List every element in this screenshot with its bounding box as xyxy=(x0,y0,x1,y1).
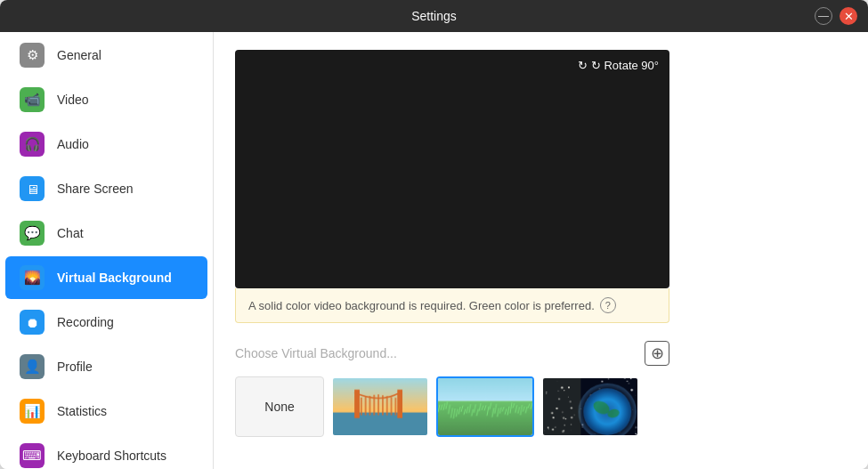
choose-bg-label: Choose Virtual Background... xyxy=(235,346,397,360)
sidebar-item-chat[interactable]: 💬Chat xyxy=(5,212,207,255)
main-panel: ↻ ↻ Rotate 90° A solid color video backg… xyxy=(214,32,868,469)
settings-window: Settings — ✕ ⚙General📹Video🎧Audio🖥Share … xyxy=(0,0,868,469)
sidebar: ⚙General📹Video🎧Audio🖥Share Screen💬Chat🌄V… xyxy=(0,32,214,469)
audio-icon: 🎧 xyxy=(20,132,45,157)
video-label: Video xyxy=(57,93,89,107)
bg-option-green-field[interactable] xyxy=(436,376,534,437)
close-icon: ✕ xyxy=(844,10,854,23)
virtual-background-label: Virtual Background xyxy=(57,271,172,285)
general-label: General xyxy=(57,48,101,62)
profile-label: Profile xyxy=(57,360,93,374)
sidebar-item-audio[interactable]: 🎧Audio xyxy=(5,123,207,166)
titlebar: Settings — ✕ xyxy=(0,0,868,32)
titlebar-controls: — ✕ xyxy=(815,7,857,25)
none-label: None xyxy=(264,400,294,414)
sidebar-item-general[interactable]: ⚙General xyxy=(5,34,207,77)
recording-label: Recording xyxy=(57,315,114,329)
minimize-button[interactable]: — xyxy=(815,7,832,25)
profile-icon: 👤 xyxy=(20,354,45,379)
statistics-label: Statistics xyxy=(57,404,107,418)
bg-option-golden-gate[interactable] xyxy=(331,376,429,437)
bg-option-space[interactable] xyxy=(541,376,639,437)
rotate-button[interactable]: ↻ ↻ Rotate 90° xyxy=(578,59,659,72)
general-icon: ⚙ xyxy=(20,43,45,68)
background-options: None xyxy=(235,376,669,437)
window-title: Settings xyxy=(411,9,457,23)
add-background-button[interactable]: ⊕ xyxy=(645,341,669,366)
add-icon: ⊕ xyxy=(651,344,664,363)
close-button[interactable]: ✕ xyxy=(840,7,857,25)
bg-option-none[interactable]: None xyxy=(235,376,324,437)
keyboard-shortcuts-label: Keyboard Shortcuts xyxy=(57,449,166,463)
chat-icon: 💬 xyxy=(20,221,45,246)
share-screen-label: Share Screen xyxy=(57,182,134,196)
sidebar-item-virtual-background[interactable]: 🌄Virtual Background xyxy=(5,256,207,299)
chat-label: Chat xyxy=(57,226,84,240)
video-icon: 📹 xyxy=(20,87,45,112)
solid-color-notice: A solid color video background is requir… xyxy=(235,288,669,323)
sidebar-item-statistics[interactable]: 📊Statistics xyxy=(5,390,207,433)
sidebar-item-video[interactable]: 📹Video xyxy=(5,78,207,121)
statistics-icon: 📊 xyxy=(20,399,45,424)
minimize-icon: — xyxy=(818,11,829,21)
choose-bg-row: Choose Virtual Background... ⊕ xyxy=(235,341,669,366)
content-area: ⚙General📹Video🎧Audio🖥Share Screen💬Chat🌄V… xyxy=(0,32,868,469)
sidebar-item-recording[interactable]: ⏺Recording xyxy=(5,301,207,344)
help-icon[interactable]: ? xyxy=(600,297,616,313)
notice-text: A solid color video background is requir… xyxy=(248,299,595,312)
audio-label: Audio xyxy=(57,137,89,151)
video-preview: ↻ ↻ Rotate 90° xyxy=(235,50,669,288)
sidebar-item-profile[interactable]: 👤Profile xyxy=(5,345,207,388)
sidebar-item-keyboard-shortcuts[interactable]: ⌨Keyboard Shortcuts xyxy=(5,434,207,469)
rotate-icon: ↻ xyxy=(578,59,588,72)
recording-icon: ⏺ xyxy=(20,310,45,335)
share-screen-icon: 🖥 xyxy=(20,176,45,201)
keyboard-shortcuts-icon: ⌨ xyxy=(20,443,45,468)
rotate-label: ↻ Rotate 90° xyxy=(591,59,659,72)
virtual-background-icon: 🌄 xyxy=(20,265,45,290)
sidebar-item-share-screen[interactable]: 🖥Share Screen xyxy=(5,167,207,210)
